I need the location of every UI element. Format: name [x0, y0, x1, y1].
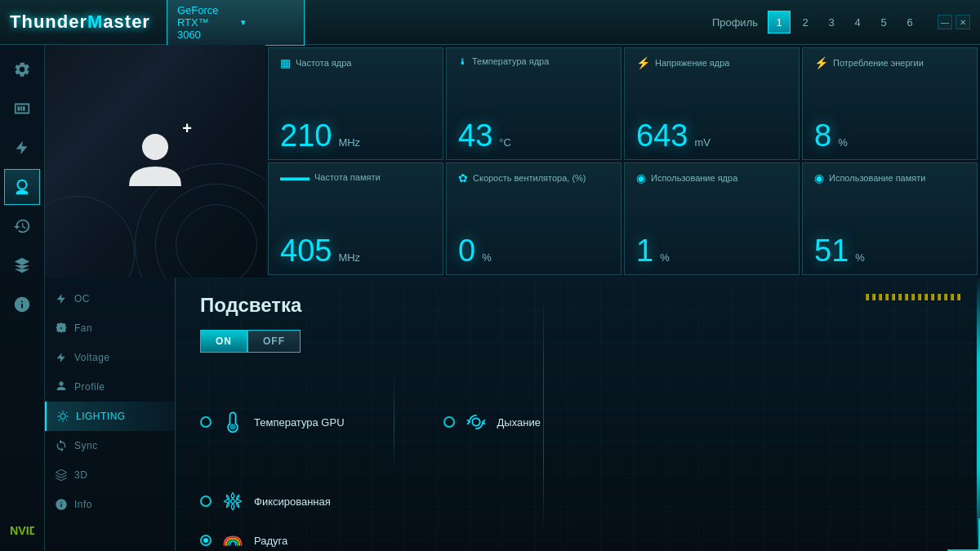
- thermometer-icon: [220, 409, 246, 435]
- sync-nav-icon: [55, 439, 68, 452]
- profile-tab-3[interactable]: 3: [820, 11, 843, 33]
- 3d-icon: [13, 256, 31, 274]
- right-border-decoration: [977, 278, 980, 551]
- overclock-icon: [55, 292, 68, 305]
- logo-part3: aster: [103, 11, 150, 32]
- user-avatar: +: [122, 127, 188, 196]
- stat-mem-clock: ▬▬▬ Частота памяти 405 MHz: [268, 162, 443, 275]
- sidebar-profile-btn[interactable]: [4, 169, 40, 205]
- minimize-button[interactable]: —: [938, 15, 952, 29]
- stat-voltage-value: 643: [636, 120, 688, 151]
- stat-voltage: ⚡ Напряжение ядра 643 mV: [624, 47, 800, 160]
- radio-breathing[interactable]: [443, 416, 455, 428]
- fan-circle-3: [176, 204, 257, 278]
- stat-power-label: ⚡ Потребление энергии: [814, 56, 965, 69]
- cpu-icon: ▦: [280, 56, 291, 69]
- sidebar-history-btn[interactable]: [4, 208, 40, 244]
- stat-core-usage: ◉ Использование ядра 1 %: [624, 162, 800, 275]
- stat-fan-value-row: 0 %: [458, 235, 609, 266]
- sidebar-voltage-btn[interactable]: [4, 130, 40, 166]
- profile-tab-1[interactable]: 1: [768, 11, 791, 33]
- sidebar-3d-btn[interactable]: [4, 247, 40, 283]
- radio-rainbow[interactable]: [200, 535, 212, 546]
- stat-mem-usage-value-row: 51 %: [814, 235, 965, 266]
- stat-core-usage-value-row: 1 %: [636, 235, 787, 266]
- main-content: NVIDIA +: [0, 45, 980, 551]
- gpu-dropdown-arrow-icon: ▼: [239, 18, 295, 27]
- stat-temp-value-row: 43 °C: [458, 120, 609, 151]
- stat-power-value: 8: [814, 120, 831, 151]
- stat-temp-unit: °C: [499, 136, 511, 149]
- profile-tab-4[interactable]: 4: [846, 11, 869, 33]
- toggle-on-button[interactable]: ON: [200, 330, 247, 353]
- nav-item-3d[interactable]: 3D: [45, 460, 175, 490]
- history-icon: [13, 217, 31, 235]
- stat-temp: 🌡 Температура ядра 43 °C: [446, 47, 621, 160]
- profile-tab-6[interactable]: 6: [898, 11, 921, 33]
- rainbow-icon: [220, 527, 246, 551]
- nav-item-info[interactable]: Info: [45, 490, 175, 519]
- profile-tab-2[interactable]: 2: [794, 11, 817, 33]
- option-gpu-temp[interactable]: Температура GPU: [200, 409, 345, 435]
- gpu-selector[interactable]: GeForce RTX™ 3060 ▼: [167, 0, 305, 46]
- svg-text:NVIDIA: NVIDIA: [10, 524, 34, 537]
- stat-mem-clock-label: ▬▬▬ Частота памяти: [280, 171, 431, 183]
- stat-temp-label: 🌡 Температура ядра: [458, 56, 609, 66]
- stat-power: ⚡ Потребление энергии 8 %: [802, 47, 978, 160]
- stat-power-value-row: 8 %: [814, 120, 965, 151]
- sidebar-settings-btn[interactable]: [4, 51, 40, 87]
- options-row-1: Температура GPU: [200, 369, 956, 475]
- profile-section: Профиль 1 2 3 4 5 6: [712, 11, 921, 33]
- settings-icon: [13, 60, 31, 78]
- logo-part1: Thunder: [10, 11, 87, 32]
- nav-item-lighting[interactable]: LIGHTING: [45, 402, 175, 431]
- stat-mem-clock-unit: MHz: [338, 251, 360, 264]
- nav-item-voltage[interactable]: Voltage: [45, 343, 175, 372]
- lighting-panel: Подсветка ON OFF: [176, 278, 980, 551]
- stat-voltage-unit: mV: [694, 136, 710, 149]
- nvidia-logo-icon: NVIDIA: [10, 522, 34, 538]
- profile-nav-icon: [55, 380, 68, 393]
- voltage-icon: ⚡: [636, 56, 650, 69]
- info-nav-icon: [55, 498, 68, 511]
- stat-core-clock: ▦ Частота ядра 210 MHz: [268, 47, 443, 160]
- logo-part2: M: [87, 11, 103, 32]
- close-button[interactable]: ✕: [956, 15, 970, 29]
- nav-item-profile[interactable]: Profile: [45, 372, 175, 402]
- sidebar-gpu-btn[interactable]: [4, 91, 40, 127]
- avatar-container: +: [122, 127, 188, 196]
- radio-fixed[interactable]: [200, 495, 212, 507]
- vertical-separator: [394, 369, 394, 475]
- option-breathing[interactable]: Дыхание: [443, 409, 541, 435]
- core-usage-icon: ◉: [636, 171, 646, 184]
- nav-item-overclock[interactable]: OC: [45, 284, 175, 313]
- toggle-off-button[interactable]: OFF: [247, 330, 301, 353]
- bottom-section: OC Fan Voltage: [45, 278, 980, 551]
- option-fixed[interactable]: Фиксированная: [200, 488, 331, 514]
- top-bar: ThunderMaster GeForce RTX™ 3060 ▼ Профил…: [0, 0, 980, 45]
- nav-item-sync[interactable]: Sync: [45, 431, 175, 460]
- stat-mem-clock-value-row: 405 MHz: [280, 235, 431, 266]
- option-rainbow[interactable]: Радуга: [200, 527, 287, 551]
- stat-core-clock-value: 210: [280, 120, 332, 151]
- sidebar-info-btn[interactable]: [4, 287, 40, 322]
- voltage-icon: [13, 139, 31, 157]
- stat-mem-usage-label: ◉ Использование памяти: [814, 171, 965, 184]
- option-fixed-label: Фиксированная: [254, 495, 331, 508]
- nav-sidebar: OC Fan Voltage: [45, 278, 176, 551]
- fixed-icon: [220, 488, 246, 514]
- stat-core-usage-label: ◉ Использование ядра: [636, 171, 787, 184]
- stat-core-clock-value-row: 210 MHz: [280, 120, 431, 151]
- 3d-nav-icon: [55, 469, 68, 482]
- radio-gpu-temp[interactable]: [200, 416, 212, 428]
- profile-tab-5[interactable]: 5: [872, 11, 895, 33]
- breathing-icon: [463, 409, 489, 435]
- option-rainbow-label: Радуга: [254, 535, 287, 547]
- memory-icon: ▬▬▬: [280, 171, 310, 183]
- stat-mem-usage-unit: %: [855, 251, 865, 264]
- option-gpu-temp-label: Температура GPU: [254, 416, 345, 429]
- avatar-silhouette: [122, 127, 188, 193]
- stat-voltage-label: ⚡ Напряжение ядра: [636, 56, 787, 69]
- profile-label: Профиль: [712, 16, 758, 29]
- nav-item-fan[interactable]: Fan: [45, 313, 175, 343]
